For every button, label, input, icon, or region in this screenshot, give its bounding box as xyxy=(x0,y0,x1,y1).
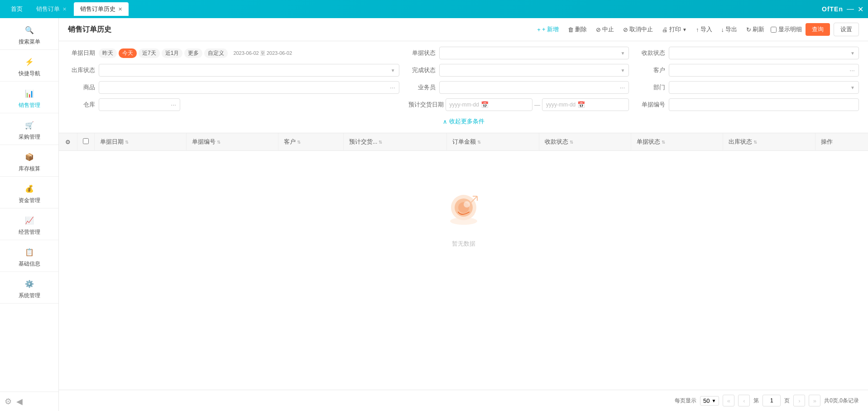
sidebar-item-quick-nav[interactable]: ⚡ 快捷导航 xyxy=(0,50,58,82)
complete-status-select[interactable]: ▼ xyxy=(439,64,629,77)
date-tab-today[interactable]: 今天 xyxy=(119,48,137,58)
th-outbound-status[interactable]: 出库状态 ⇅ xyxy=(723,133,815,151)
empty-state: 暂无数据 xyxy=(59,151,868,266)
sidebar-collapse-btn[interactable]: ◀ xyxy=(16,396,23,406)
th-order-status[interactable]: 单据状态 ⇅ xyxy=(631,133,723,151)
date-tab-1month[interactable]: 近1月 xyxy=(162,48,183,58)
order-no-input[interactable] xyxy=(669,98,859,111)
tab-sales-order-close[interactable]: ✕ xyxy=(62,6,67,12)
date-sort-icon: ⇅ xyxy=(125,140,129,145)
receipt-status-select[interactable]: ▼ xyxy=(669,47,859,59)
delivery-sort-icon: ⇅ xyxy=(379,140,382,145)
outbound-status-select[interactable]: ▼ xyxy=(99,64,399,77)
sidebar-item-purchase-mgmt[interactable]: 🛒 采购管理 xyxy=(0,113,58,145)
tab-home[interactable]: 首页 xyxy=(5,2,29,16)
date-separator: — xyxy=(534,102,540,108)
date-tab-custom[interactable]: 自定义 xyxy=(204,48,228,58)
stop-button[interactable]: ⊘ 中止 xyxy=(593,24,617,35)
page-size-select[interactable]: 50 ▼ xyxy=(700,396,719,406)
next-page-btn[interactable]: › xyxy=(793,395,805,406)
sidebar-item-search-menu[interactable]: 🔍 搜索菜单 xyxy=(0,18,58,50)
import-button[interactable]: ↑ 导入 xyxy=(693,24,715,35)
show-detail-label: 显示明细 xyxy=(778,25,802,34)
date-tab-yesterday[interactable]: 昨天 xyxy=(99,48,117,58)
last-page-btn[interactable]: » xyxy=(809,395,820,406)
cancel-stop-button[interactable]: ⊘ 取消中止 xyxy=(620,24,656,35)
th-outbound-status-label: 出库状态 xyxy=(729,138,752,146)
prev-page-btn[interactable]: ‹ xyxy=(738,395,750,406)
th-settings[interactable]: ⚙ xyxy=(59,133,77,151)
tab-sales-order-history[interactable]: 销售订单历史 ✕ xyxy=(74,2,129,16)
select-all-checkbox[interactable] xyxy=(83,138,89,144)
sidebar-item-capital-mgmt[interactable]: 💰 资金管理 xyxy=(0,177,58,208)
sys-mgmt-icon: ⚙️ xyxy=(23,277,36,290)
tab-sales-order-history-close[interactable]: ✕ xyxy=(118,6,122,12)
delivery-date-end[interactable]: yyyy-mm-dd 📅 xyxy=(542,98,629,111)
cancel-stop-icon: ⊘ xyxy=(623,26,628,33)
sidebar-item-inventory[interactable]: 📦 库存核算 xyxy=(0,145,58,177)
sidebar-footer: ⚙ ◀ xyxy=(0,392,58,411)
date-tab-7days[interactable]: 近7天 xyxy=(139,48,160,58)
add-button[interactable]: + + 新增 xyxy=(534,24,561,35)
order-status-label: 单据状态 xyxy=(408,49,436,57)
show-detail-toggle[interactable]: 显示明细 xyxy=(771,25,802,34)
sidebar-item-sys-mgmt[interactable]: ⚙️ 系统管理 xyxy=(0,272,58,304)
import-icon: ↑ xyxy=(696,26,699,33)
th-check[interactable] xyxy=(77,133,94,151)
order-status-select[interactable]: ▼ xyxy=(439,47,629,59)
filter-dept: 部门 ▼ xyxy=(629,81,859,94)
window-minimize[interactable]: — xyxy=(847,5,854,13)
delivery-date-label: 预计交货日期 xyxy=(408,101,444,109)
setting-button[interactable]: 设置 xyxy=(834,23,859,36)
sidebar-item-base-info[interactable]: 📋 基础信息 xyxy=(0,240,58,272)
th-order-no[interactable]: 单据编号 ⇅ xyxy=(186,133,278,151)
customer-dots: ··· xyxy=(849,67,855,74)
product-dots: ··· xyxy=(390,84,395,91)
filter-panel: 单据日期 昨天 今天 近7天 近1月 更多 自定义 2023-06-02 至 2… xyxy=(59,41,868,133)
page-header: 销售订单历史 + + 新增 🗑 删除 ⊘ 中止 ⊘ 取消中止 xyxy=(59,18,868,41)
th-amount[interactable]: 订单金额 ⇅ xyxy=(447,133,539,151)
refresh-button[interactable]: ↻ 刷新 xyxy=(743,24,767,35)
export-button[interactable]: ↓ 导出 xyxy=(719,24,740,35)
first-page-btn[interactable]: « xyxy=(723,395,734,406)
window-close-icon[interactable]: ✕ xyxy=(858,5,863,14)
page-number-input[interactable] xyxy=(762,395,781,406)
base-info-icon: 📋 xyxy=(23,246,36,258)
th-receipt-status[interactable]: 收款状态 ⇅ xyxy=(539,133,631,151)
collapse-row[interactable]: ∧ 收起更多条件 xyxy=(68,116,859,127)
print-button[interactable]: 🖨 打印 ▼ xyxy=(659,24,690,35)
delete-button[interactable]: 🗑 删除 xyxy=(565,24,590,35)
date-filter-row: 昨天 今天 近7天 近1月 更多 自定义 2023-06-02 至 2023-0… xyxy=(99,48,399,58)
query-button[interactable]: 查询 xyxy=(806,23,830,36)
sidebar-label-base-info: 基础信息 xyxy=(19,260,40,268)
th-customer[interactable]: 客户 ⇅ xyxy=(278,133,343,151)
sidebar-settings-btn[interactable]: ⚙ xyxy=(5,396,12,406)
date-tab-more[interactable]: 更多 xyxy=(184,48,202,58)
delivery-date-start[interactable]: yyyy-mm-dd 📅 xyxy=(446,98,532,111)
page-size-value: 50 xyxy=(703,397,710,404)
capital-mgmt-icon: 💰 xyxy=(23,182,36,195)
show-detail-checkbox[interactable] xyxy=(771,27,777,33)
sidebar: 🔍 搜索菜单 ⚡ 快捷导航 📊 销售管理 🛒 采购管理 📦 库存核算 💰 资金管… xyxy=(0,18,59,411)
product-input[interactable]: ··· xyxy=(99,81,399,94)
salesperson-input[interactable]: ··· xyxy=(439,81,629,94)
order-no-label: 单据编号 xyxy=(638,101,665,109)
filter-product: 商品 ··· xyxy=(68,81,399,94)
export-label: 导出 xyxy=(725,25,737,34)
th-date[interactable]: 单据日期 ⇅ xyxy=(94,133,186,151)
sidebar-item-ops-mgmt[interactable]: 📈 经营管理 xyxy=(0,208,58,240)
dept-select[interactable]: ▼ xyxy=(669,81,859,94)
table-settings-icon[interactable]: ⚙ xyxy=(65,139,71,145)
prev-page-icon: ‹ xyxy=(743,397,745,404)
tab-sales-order[interactable]: 销售订单 ✕ xyxy=(30,2,73,16)
last-page-icon: » xyxy=(813,397,816,404)
th-delivery-date[interactable]: 预计交货... ⇅ xyxy=(343,133,446,151)
pagination: 每页显示 50 ▼ « ‹ 第 页 › » xyxy=(59,390,868,411)
sidebar-item-sales-mgmt[interactable]: 📊 销售管理 xyxy=(0,82,58,113)
filter-row-2: 出库状态 ▼ 完成状态 ▼ 客户 xyxy=(68,64,859,77)
top-bar-right: OfTEn — ✕ xyxy=(822,5,863,14)
customer-input[interactable]: ··· xyxy=(669,64,859,77)
stop-icon: ⊘ xyxy=(596,26,601,33)
delivery-date-start-text: yyyy-mm-dd xyxy=(450,102,479,108)
warehouse-input[interactable]: ··· xyxy=(99,98,180,111)
